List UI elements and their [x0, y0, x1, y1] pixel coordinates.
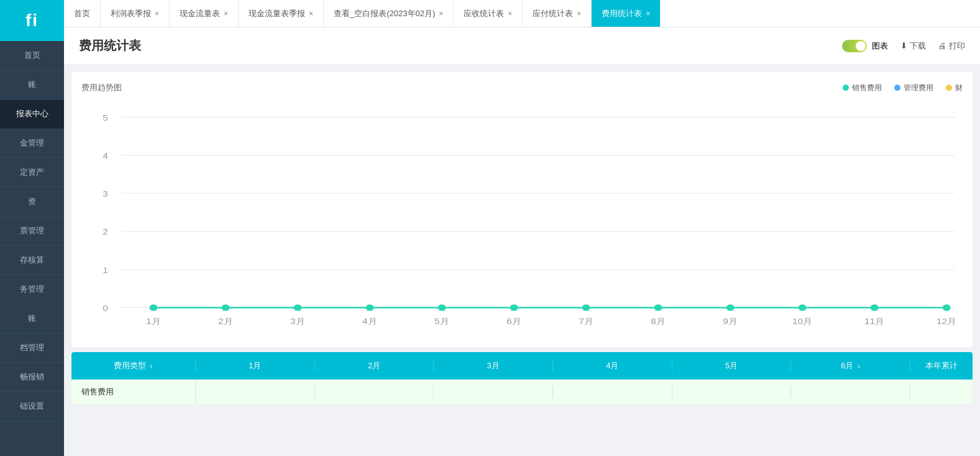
chart-header: 费用趋势图 销售费用 管理费用 财 [81, 82, 963, 93]
th-month-2: 2月 [315, 360, 434, 371]
sidebar-logo: fi [0, 0, 64, 41]
svg-point-19 [654, 304, 662, 311]
tab-profit-quarterly[interactable]: 利润表季报 × [101, 0, 170, 27]
chart-toggle[interactable] [842, 40, 867, 52]
th-month-5-label: 5月 [725, 360, 738, 371]
svg-text:3月: 3月 [290, 317, 305, 325]
legend-dot-finance [946, 85, 952, 91]
close-payable-stats-icon[interactable]: × [577, 9, 581, 18]
download-icon: ⬇ [900, 41, 907, 50]
th-month-6: 6月 › [791, 360, 910, 371]
chart-legend: 销售费用 管理费用 财 [843, 83, 963, 93]
tab-cashflow-quarterly-label: 现金流量表季报 [249, 8, 305, 19]
svg-point-13 [222, 304, 230, 311]
svg-point-12 [150, 304, 158, 311]
tab-cashflow-quarterly[interactable]: 现金流量表季报 × [239, 0, 324, 27]
tab-receivable-stats-label: 应收统计表 [464, 8, 504, 19]
chart-toggle-label: 图表 [872, 40, 888, 52]
sidebar-item-storage[interactable]: 存核算 [0, 246, 64, 275]
sidebar-item-archive-mgmt[interactable]: 档管理 [0, 333, 64, 363]
tab-payable-stats[interactable]: 应付统计表 × [523, 0, 592, 27]
sidebar-item-investment[interactable]: 资 [0, 187, 64, 216]
th-type: 费用类型 ‹ [71, 360, 196, 371]
svg-text:8月: 8月 [651, 317, 666, 325]
td-val-2 [315, 386, 434, 398]
th-summary: 本年累计 [910, 360, 973, 371]
td-val-6 [791, 386, 910, 398]
sidebar-item-fund-mgmt[interactable]: 金管理 [0, 129, 64, 158]
svg-text:4: 4 [103, 151, 108, 160]
svg-text:12月: 12月 [936, 317, 957, 325]
svg-text:7月: 7月 [579, 317, 593, 325]
close-cashflow-quarterly-icon[interactable]: × [309, 9, 313, 18]
tab-blank-report-label: 查看_空白报表(2023年02月) [334, 8, 435, 19]
svg-text:1月: 1月 [146, 317, 161, 325]
svg-point-18 [582, 304, 590, 311]
legend-label-finance: 财 [955, 83, 963, 93]
legend-label-sales: 销售费用 [852, 83, 882, 93]
table-section: 费用类型 ‹ 1月 2月 3月 4月 5月 [71, 352, 973, 404]
sidebar-item-home[interactable]: 首页 [0, 41, 64, 70]
svg-point-20 [726, 304, 735, 311]
tab-expense-stats[interactable]: 费用统计表 × [592, 0, 661, 27]
th-summary-label: 本年累计 [925, 360, 958, 371]
table-header-row: 费用类型 ‹ 1月 2月 3月 4月 5月 [71, 352, 973, 379]
svg-text:0: 0 [103, 304, 108, 312]
tab-payable-stats-label: 应付统计表 [533, 8, 573, 19]
svg-text:3: 3 [103, 189, 108, 198]
close-receivable-stats-icon[interactable]: × [508, 9, 512, 18]
download-label: 下载 [910, 40, 926, 52]
th-month-3: 3月 [434, 360, 553, 371]
sidebar-item-write-off[interactable]: 畅报销 [0, 363, 64, 392]
tab-cashflow-label: 现金流量表 [180, 8, 220, 19]
legend-dot-admin [894, 85, 900, 91]
sidebar-item-ticket-mgmt[interactable]: 票管理 [0, 216, 64, 246]
legend-item-finance: 财 [946, 83, 963, 93]
chart-toggle-wrap: 图表 [842, 40, 888, 52]
th-month-4-label: 4月 [606, 360, 618, 371]
chart-section: 费用趋势图 销售费用 管理费用 财 [71, 72, 973, 347]
sidebar-item-payable[interactable]: 账 [0, 304, 64, 333]
legend-item-admin: 管理费用 [894, 83, 933, 93]
page-title: 费用统计表 [79, 37, 141, 54]
close-cashflow-icon[interactable]: × [224, 9, 228, 18]
close-blank-report-icon[interactable]: × [439, 9, 443, 18]
svg-text:5月: 5月 [434, 317, 449, 325]
sidebar-item-report-center[interactable]: 报表中心 [0, 100, 64, 129]
svg-text:2: 2 [103, 228, 108, 236]
tab-cashflow[interactable]: 现金流量表 × [170, 0, 239, 27]
tab-home-label: 首页 [74, 8, 90, 19]
close-profit-quarterly-icon[interactable]: × [155, 9, 159, 18]
sidebar-item-account[interactable]: 账 [0, 70, 64, 100]
th-month-1: 1月 [196, 360, 315, 371]
svg-text:4月: 4月 [362, 317, 377, 325]
chart-svg: 5 4 3 2 1 0 [81, 101, 963, 337]
next-months-arrow[interactable]: › [857, 361, 860, 371]
sidebar-item-fixed-assets[interactable]: 定资产 [0, 158, 64, 187]
td-type: 销售费用 [71, 380, 196, 404]
th-month-2-label: 2月 [368, 360, 380, 371]
svg-point-22 [871, 304, 879, 311]
tab-home[interactable]: 首页 [64, 0, 101, 27]
svg-point-15 [366, 304, 374, 311]
sidebar-item-service-mgmt[interactable]: 务管理 [0, 275, 64, 304]
tab-expense-stats-label: 费用统计表 [602, 8, 642, 19]
close-expense-stats-icon[interactable]: × [646, 9, 650, 18]
sidebar-item-basic-settings[interactable]: 础设置 [0, 392, 64, 421]
th-month-3-label: 3月 [487, 360, 500, 371]
page-header: 费用统计表 图表 ⬇ 下载 🖨 打印 [64, 27, 980, 65]
tab-receivable-stats[interactable]: 应收统计表 × [454, 0, 523, 27]
svg-point-16 [438, 304, 446, 311]
tab-blank-report[interactable]: 查看_空白报表(2023年02月) × [324, 0, 454, 27]
th-month-1-label: 1月 [249, 360, 261, 371]
prev-months-arrow[interactable]: ‹ [150, 361, 153, 371]
td-summary [910, 386, 973, 398]
print-label: 打印 [949, 40, 965, 52]
legend-item-sales: 销售费用 [843, 83, 882, 93]
download-button[interactable]: ⬇ 下载 [900, 40, 926, 52]
svg-text:2月: 2月 [218, 317, 233, 325]
td-val-1 [196, 386, 315, 398]
td-val-4 [553, 386, 672, 398]
print-button[interactable]: 🖨 打印 [938, 40, 965, 52]
svg-point-23 [943, 304, 951, 311]
